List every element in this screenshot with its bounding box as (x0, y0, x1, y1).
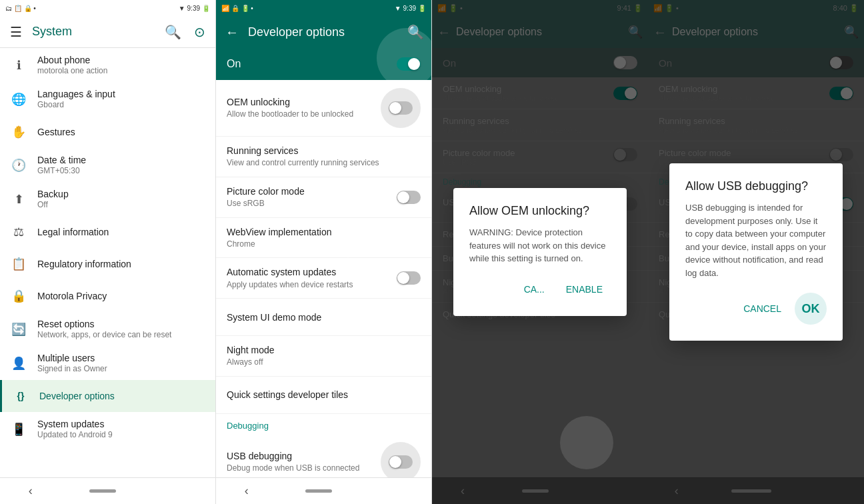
picture-color-subtitle: Use sRGB (227, 199, 397, 209)
system-updates-label: System updates (37, 419, 113, 429)
users-icon: 👤 (11, 355, 27, 371)
menu-item-system-updates[interactable]: 📱 System updates Updated to Android 9 (0, 412, 215, 446)
menu-item-privacy[interactable]: 🔒 Motorola Privacy (0, 280, 215, 312)
running-services-title: Running services (227, 145, 421, 157)
usb-debugging-toggle[interactable] (389, 455, 413, 469)
menu-item-legal[interactable]: ⚖ Legal information (0, 216, 215, 248)
usb-dialog-overlay: Allow USB debugging? USB debugging is in… (648, 0, 864, 504)
menu-item-reset[interactable]: 🔄 Reset options Network, apps, or device… (0, 312, 215, 346)
running-services-subtitle: View and control currently running servi… (227, 158, 421, 169)
auto-updates-item[interactable]: Automatic system updates Apply updates w… (216, 258, 431, 299)
reset-label: Reset options (37, 319, 171, 329)
picture-color-title: Picture color mode (227, 185, 397, 197)
page-title-left: System (32, 25, 157, 39)
languages-icon: 🌐 (11, 91, 27, 107)
legal-label: Legal information (37, 227, 109, 237)
languages-sublabel: Gboard (37, 100, 115, 109)
auto-updates-thumb (397, 272, 409, 284)
system-ui-demo-item[interactable]: System UI demo mode (216, 299, 431, 336)
system-ui-demo-title: System UI demo mode (227, 311, 421, 323)
system-updates-icon: 📱 (11, 421, 27, 437)
legal-icon: ⚖ (11, 224, 27, 240)
toolbar-mid: ← Developer options 🔍 (216, 16, 431, 48)
page-title-mid: Developer options (248, 25, 399, 39)
oem-unlocking-item[interactable]: OEM unlocking Allow the bootloader to be… (216, 80, 431, 137)
menu-item-languages[interactable]: 🌐 Languages & input Gboard (0, 82, 215, 116)
oem-unlocking-subtitle: Allow the bootloader to be unlocked (227, 109, 381, 120)
menu-item-datetime[interactable]: 🕐 Date & time GMT+05:30 (0, 148, 215, 182)
usb-cancel-button[interactable]: Cancel (735, 293, 789, 325)
oem-toggle[interactable] (389, 101, 413, 115)
oem-dialog-overlay: Allow OEM unlocking? WARNING: Device pro… (432, 0, 648, 504)
usb-toggle-wrapper (381, 442, 421, 477)
oem-enable-button[interactable]: Enable (558, 279, 611, 300)
usb-dialog-actions: Cancel OK (685, 293, 827, 325)
developer-label: Developer options (39, 391, 115, 401)
privacy-icon: 🔒 (11, 288, 27, 304)
auto-updates-subtitle: Apply updates when device restarts (227, 280, 397, 291)
auto-updates-toggle[interactable] (397, 271, 421, 285)
nav-back-mid[interactable]: ‹ (245, 484, 249, 498)
nav-home-mid[interactable] (305, 489, 332, 493)
usb-debugging-subtitle: Debug mode when USB is connected (227, 463, 381, 474)
menu-item-about[interactable]: ℹ About phone motorola one action (0, 48, 215, 82)
usb-ok-button[interactable]: OK (795, 293, 827, 325)
time-left: ▼ 9:39 🔋 (179, 5, 210, 12)
languages-label: Languages & input (37, 89, 115, 99)
developer-settings-list: OEM unlocking Allow the bootloader to be… (216, 80, 431, 477)
menu-item-backup[interactable]: ⬆ Backup Off (0, 182, 215, 216)
picture-color-toggle[interactable] (397, 191, 421, 204)
debugging-label: Debugging (227, 421, 269, 431)
webview-item[interactable]: WebView implementation Chrome (216, 218, 431, 259)
auto-updates-title: Automatic system updates (227, 266, 397, 278)
search-button-left[interactable]: 🔍 (162, 21, 183, 43)
usb-dialog-title: Allow USB debugging? (685, 179, 827, 193)
status-icons-mid: 📶 🔒 🔋 • (221, 5, 253, 12)
about-label: About phone (37, 55, 107, 65)
status-bar-mid: 📶 🔒 🔋 • ▼ 9:39 🔋 (216, 0, 431, 16)
toggle-thumb (408, 58, 420, 70)
menu-item-gestures[interactable]: ✋ Gestures (0, 116, 215, 148)
night-mode-item[interactable]: Night mode Always off (216, 336, 431, 377)
picture-color-thumb (397, 191, 409, 203)
developer-main-toggle[interactable] (397, 57, 421, 71)
system-updates-sublabel: Updated to Android 9 (37, 430, 113, 439)
usb-dialog: Allow USB debugging? USB debugging is in… (669, 163, 843, 341)
help-button-left[interactable]: ⊙ (189, 21, 210, 43)
time-mid: ▼ 9:39 🔋 (395, 5, 426, 12)
menu-item-users[interactable]: 👤 Multiple users Signed in as Owner (0, 346, 215, 380)
system-sidebar: 🗂 📋 🔒 • ▼ 9:39 🔋 ☰ System 🔍 ⊙ ℹ About ph… (0, 0, 216, 504)
menu-icon[interactable]: ☰ (5, 21, 27, 43)
menu-item-developer[interactable]: {} Developer options (0, 380, 215, 412)
users-label: Multiple users (37, 353, 107, 363)
qs-tiles-item[interactable]: Quick settings developer tiles (216, 377, 431, 414)
status-bar-left: 🗂 📋 🔒 • ▼ 9:39 🔋 (0, 0, 215, 16)
webview-subtitle: Chrome (227, 239, 421, 250)
webview-title: WebView implementation (227, 226, 421, 238)
gestures-icon: ✋ (11, 124, 27, 140)
usb-dialog-body: USB debugging is intended for developmen… (685, 201, 827, 279)
nav-home-left[interactable] (89, 489, 116, 493)
backup-label: Backup (37, 189, 69, 199)
status-icons-left: 🗂 📋 🔒 • (5, 5, 36, 12)
usb-debugging-item[interactable]: USB debugging Debug mode when USB is con… (216, 434, 431, 477)
search-button-mid[interactable]: 🔍 (405, 21, 426, 43)
oem-dialog-actions: Ca... Enable (469, 279, 611, 300)
picture-color-mode-item[interactable]: Picture color mode Use sRGB (216, 177, 431, 218)
running-services-item[interactable]: Running services View and control curren… (216, 137, 431, 177)
enable-ripple (560, 416, 613, 469)
about-sublabel: motorola one action (37, 66, 107, 75)
back-button-mid[interactable]: ← (221, 21, 243, 43)
toolbar-left: ☰ System 🔍 ⊙ (0, 16, 215, 48)
oem-cancel-button[interactable]: Ca... (516, 279, 553, 300)
night-mode-subtitle: Always off (227, 357, 421, 368)
oem-dialog: Allow OEM unlocking? WARNING: Device pro… (453, 188, 627, 316)
regulatory-label: Regulatory information (37, 259, 131, 269)
nav-back-left[interactable]: ‹ (29, 484, 33, 498)
menu-item-regulatory[interactable]: 📋 Regulatory information (0, 248, 215, 280)
notification-icons: 🗂 📋 🔒 • (5, 5, 36, 12)
oem-toggle-wrapper (381, 88, 421, 128)
reset-sublabel: Network, apps, or device can be reset (37, 330, 171, 339)
users-sublabel: Signed in as Owner (37, 364, 107, 373)
qs-tiles-title: Quick settings developer tiles (227, 389, 421, 401)
